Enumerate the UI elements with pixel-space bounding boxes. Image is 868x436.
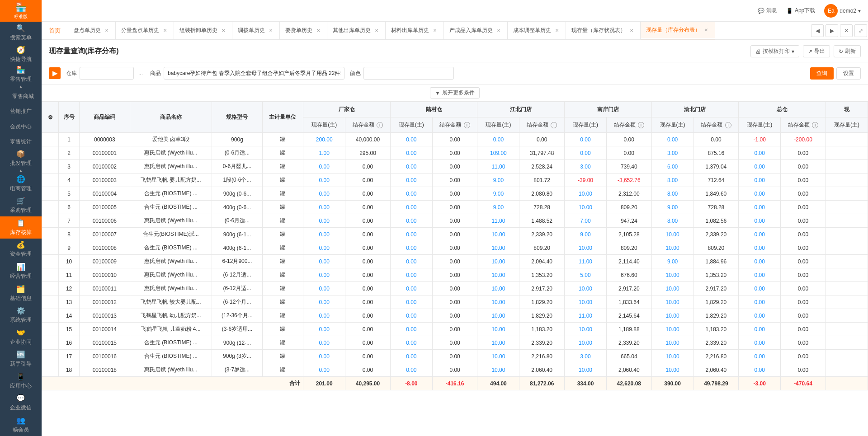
table-cell[interactable]: 0.00	[303, 201, 345, 214]
table-cell[interactable]: 10.00	[477, 336, 519, 350]
export-btn[interactable]: ↗ 导出	[803, 45, 830, 57]
table-cell[interactable]: 10.00	[565, 363, 607, 377]
table-cell[interactable]: 7.00	[565, 214, 607, 228]
table-cell[interactable]: 10.00	[651, 295, 693, 309]
table-cell[interactable]: 11.00	[565, 255, 607, 268]
table-cell[interactable]: 9.00	[651, 255, 693, 268]
table-cell[interactable]: 0.00	[739, 228, 781, 241]
nav-close-btn[interactable]: ✕	[840, 24, 853, 37]
table-cell[interactable]: 109.00	[477, 146, 519, 160]
table-cell[interactable]: 10.00	[651, 228, 693, 241]
table-cell[interactable]: 0.00	[739, 201, 781, 214]
table-cell[interactable]: 0.00	[390, 228, 432, 241]
table-cell[interactable]: 9.00	[477, 173, 519, 187]
table-cell[interactable]: 0.00	[390, 187, 432, 201]
tab-zuzhuang[interactable]: 组装拆卸单历史 ✕	[174, 22, 232, 40]
sidebar-item-nav[interactable]: 🧭 快捷导航	[0, 44, 42, 66]
table-cell[interactable]: 10.00	[651, 336, 693, 350]
table-cell[interactable]: 10.00	[651, 309, 693, 323]
table-cell[interactable]: 0.00	[390, 241, 432, 255]
close-icon[interactable]: ✕	[104, 28, 110, 34]
close-icon[interactable]: ✕	[315, 28, 321, 34]
table-cell[interactable]: 0.00	[739, 309, 781, 323]
table-cell[interactable]: 10.00	[477, 282, 519, 295]
refresh-btn[interactable]: ↻ 刷新	[834, 45, 861, 57]
close-icon[interactable]: ✕	[373, 28, 380, 34]
table-cell[interactable]: 1.00	[303, 146, 345, 160]
info-icon3[interactable]: i	[551, 122, 557, 128]
search-btn[interactable]: 查询	[810, 67, 834, 80]
expand-conditions-btn[interactable]: ▼ 展开更多条件	[430, 87, 480, 98]
table-cell[interactable]: 0.00	[390, 173, 432, 187]
table-cell[interactable]: 0.00	[303, 295, 345, 309]
close-icon[interactable]: ✕	[628, 28, 635, 34]
sidebar-item-member[interactable]: 会员中心	[0, 119, 42, 134]
sidebar-item-system[interactable]: ⚙️ 系统管理	[0, 304, 42, 326]
sidebar-item-member2[interactable]: 👥 畅会员	[0, 414, 42, 436]
table-cell[interactable]: 0.00	[390, 268, 432, 282]
sidebar-item-retail[interactable]: 🏪 零售管理 ▲	[0, 66, 42, 89]
table-cell[interactable]: 0.00	[739, 214, 781, 228]
sidebar-item-wholesale[interactable]: 📦 批发管理 ▲	[0, 150, 42, 173]
table-cell[interactable]: 0.00	[739, 323, 781, 336]
close-icon[interactable]: ✕	[220, 28, 226, 34]
table-cell[interactable]: 0.00	[651, 133, 693, 146]
table-cell[interactable]: 10.00	[477, 363, 519, 377]
table-cell[interactable]: 0.00	[390, 255, 432, 268]
color-input[interactable]	[363, 67, 454, 80]
print-btn[interactable]: 🖨 按模板打印 ▾	[750, 45, 799, 57]
table-cell[interactable]: 10.00	[565, 295, 607, 309]
tab-cailiao[interactable]: 材料出库单历史 ✕	[386, 22, 444, 40]
sidebar-item-base[interactable]: 🗂️ 基础信息	[0, 282, 42, 305]
th-settings[interactable]: ⚙	[42, 102, 59, 133]
tab-qita[interactable]: 其他出库单历史 ✕	[327, 22, 386, 40]
sidebar-item-guide[interactable]: 🆕 新手引导	[0, 348, 42, 370]
table-cell[interactable]: 0.00	[739, 363, 781, 377]
table-container[interactable]: ⚙ 序号 商品编码 商品名称 规格型号 主计量单位 厂家仓 陆村仓 江北门店 南…	[42, 102, 868, 436]
table-cell[interactable]: 11.00	[477, 214, 519, 228]
table-cell[interactable]: 0.00	[390, 214, 432, 228]
table-cell[interactable]: 8.00	[651, 173, 693, 187]
table-cell[interactable]: 9.00	[565, 228, 607, 241]
table-cell[interactable]: -1.00	[739, 133, 781, 146]
table-cell[interactable]: 10.00	[477, 323, 519, 336]
sidebar-item-purchase[interactable]: 🛒 采购管理	[0, 194, 42, 216]
table-cell[interactable]: 11.00	[477, 160, 519, 173]
info-icon4[interactable]: i	[638, 122, 644, 128]
close-icon[interactable]: ✕	[703, 27, 709, 33]
table-cell[interactable]: 0.00	[390, 160, 432, 173]
tab-pandian[interactable]: 盘点单历史 ✕	[68, 22, 116, 40]
table-cell[interactable]: 10.00	[565, 241, 607, 255]
table-cell[interactable]: 0.00	[390, 133, 432, 146]
filter-expand-btn[interactable]: ▶	[49, 67, 61, 79]
table-cell[interactable]: 10.00	[565, 282, 607, 295]
sidebar-item-wechat[interactable]: 💬 企业微信	[0, 392, 42, 414]
nav-next-btn[interactable]: ▶	[826, 24, 838, 37]
table-cell[interactable]: 0.00	[739, 295, 781, 309]
table-cell[interactable]: 10.00	[565, 323, 607, 336]
close-icon[interactable]: ✕	[432, 28, 438, 34]
table-cell[interactable]: 0.00	[303, 187, 345, 201]
table-cell[interactable]: 0.00	[390, 282, 432, 295]
table-cell[interactable]: 0.00	[390, 309, 432, 323]
nav-prev-btn[interactable]: ◀	[811, 24, 824, 37]
table-cell[interactable]: 11.00	[565, 309, 607, 323]
close-icon[interactable]: ✕	[495, 28, 502, 34]
table-cell[interactable]: 0.00	[303, 160, 345, 173]
table-cell[interactable]: 9.00	[477, 201, 519, 214]
table-cell[interactable]: 0.00	[390, 363, 432, 377]
table-cell[interactable]: -39.00	[565, 173, 607, 187]
tab-chengpin[interactable]: 产成品入库单历史 ✕	[444, 22, 508, 40]
table-cell[interactable]: 3.00	[565, 160, 607, 173]
product-input[interactable]	[164, 67, 344, 80]
table-cell[interactable]: 0.00	[303, 214, 345, 228]
table-cell[interactable]: 0.00	[303, 228, 345, 241]
table-cell[interactable]: 0.00	[303, 336, 345, 350]
table-cell[interactable]: 0.00	[565, 133, 607, 146]
sidebar-item-collab[interactable]: 🤝 企业协同	[0, 326, 42, 348]
tab-chengben[interactable]: 成本调整单历史 ✕	[508, 22, 566, 40]
warehouse-input[interactable]	[80, 67, 134, 80]
tab-fenpandian[interactable]: 分量盘点单历史 ✕	[116, 22, 174, 40]
table-cell[interactable]: 10.00	[477, 295, 519, 309]
tab-xiancunliang-fb[interactable]: 现存量（库存分布表） ✕	[641, 22, 715, 40]
